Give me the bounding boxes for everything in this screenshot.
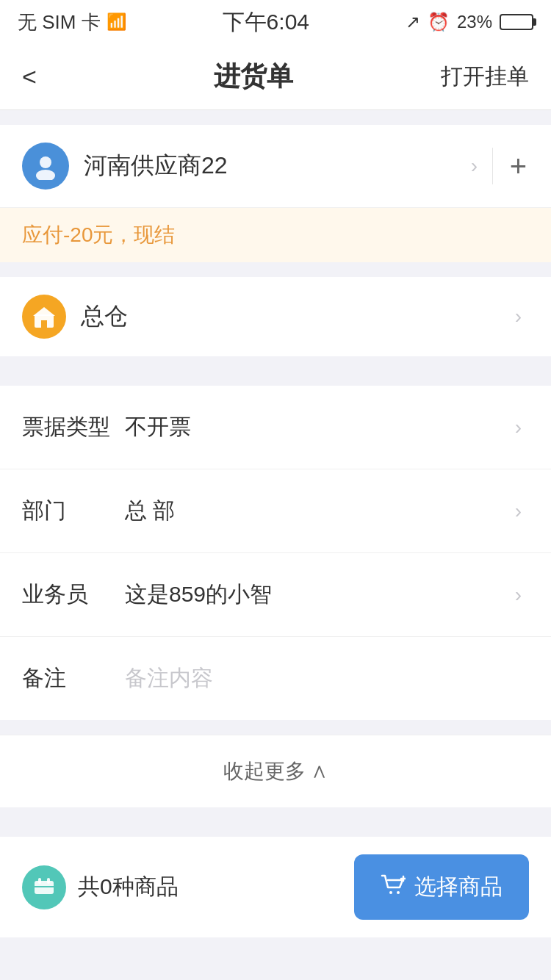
- add-supplier-button[interactable]: +: [492, 148, 529, 184]
- page-title: 进货单: [214, 59, 293, 95]
- svg-marker-3: [33, 307, 55, 316]
- invoice-label: 票据类型: [22, 412, 125, 442]
- svg-rect-6: [38, 878, 41, 884]
- battery-percentage: 23%: [457, 12, 492, 32]
- notice-bar: 应付-20元，现结: [0, 208, 551, 262]
- warehouse-row[interactable]: 总仓 ›: [0, 277, 551, 356]
- invoice-arrow-icon: ›: [515, 416, 522, 439]
- section-divider-3: [0, 356, 551, 371]
- select-product-label: 选择商品: [414, 872, 503, 902]
- status-carrier: 无 SIM 卡 📶: [18, 10, 126, 35]
- department-value: 总 部: [125, 496, 515, 526]
- product-count-text: 共0种商品: [78, 872, 179, 902]
- department-label: 部门: [22, 496, 125, 526]
- product-count-icon: [22, 865, 66, 909]
- section-divider-2: [0, 262, 551, 277]
- wifi-icon: 📶: [107, 12, 126, 32]
- back-button[interactable]: <: [22, 62, 66, 91]
- status-right: ↗ ⏰ 23%: [406, 12, 533, 32]
- select-product-button[interactable]: 选择商品: [354, 854, 529, 920]
- warehouse-icon: [22, 295, 66, 339]
- staff-label: 业务员: [22, 580, 125, 610]
- supplier-avatar: [22, 143, 69, 190]
- remark-row[interactable]: 备注 备注内容: [0, 637, 551, 720]
- warehouse-arrow-icon: ›: [515, 305, 522, 328]
- remark-label: 备注: [22, 663, 125, 693]
- location-icon: ↗: [406, 12, 420, 32]
- remark-placeholder[interactable]: 备注内容: [125, 663, 529, 693]
- section-divider-1: [0, 110, 551, 125]
- supplier-card: 河南供应商22 › + 应付-20元，现结: [0, 125, 551, 262]
- notice-text: 应付-20元，现结: [22, 223, 175, 246]
- svg-rect-4: [41, 320, 47, 328]
- supplier-name: 河南供应商22: [84, 150, 471, 182]
- section-divider-4: [0, 807, 551, 822]
- department-row[interactable]: 部门 总 部 ›: [0, 469, 551, 553]
- warehouse-card: 总仓 ›: [0, 277, 551, 356]
- warehouse-svg: [32, 304, 57, 329]
- supplier-arrow-icon: ›: [471, 154, 478, 178]
- staff-row[interactable]: 业务员 这是859的小智 ›: [0, 553, 551, 637]
- alarm-icon: ⏰: [428, 12, 450, 32]
- form-section: 票据类型 不开票 › 部门 总 部 › 业务员 这是859的小智 › 备注 备注…: [0, 386, 551, 720]
- nav-bar: < 进货单 打开挂单: [0, 44, 551, 110]
- invoice-value: 不开票: [125, 412, 515, 442]
- staff-arrow-icon: ›: [515, 583, 522, 607]
- warehouse-name: 总仓: [81, 300, 515, 333]
- supplier-row[interactable]: 河南供应商22 › +: [0, 125, 551, 208]
- status-time: 下午6:04: [223, 7, 309, 37]
- avatar-icon: [32, 152, 60, 180]
- cart-small-icon: [32, 875, 57, 900]
- svg-point-0: [40, 156, 51, 168]
- svg-point-9: [389, 891, 392, 894]
- bottom-bar: 共0种商品 选择商品: [0, 837, 551, 937]
- svg-point-10: [397, 891, 400, 894]
- bottom-left: 共0种商品: [22, 865, 179, 909]
- carrier-text: 无 SIM 卡: [18, 10, 101, 35]
- open-pending-button[interactable]: 打开挂单: [441, 62, 529, 92]
- page-filler: [0, 937, 551, 980]
- status-bar: 无 SIM 卡 📶 下午6:04 ↗ ⏰ 23%: [0, 0, 551, 44]
- cart-add-icon: [381, 874, 406, 895]
- invoice-row[interactable]: 票据类型 不开票 ›: [0, 386, 551, 469]
- staff-value: 这是859的小智: [125, 580, 515, 610]
- select-product-icon: [381, 874, 406, 900]
- svg-point-1: [36, 170, 55, 180]
- svg-rect-7: [47, 878, 50, 884]
- collapse-text[interactable]: 收起更多 ∧: [223, 757, 328, 785]
- department-arrow-icon: ›: [515, 500, 522, 523]
- battery-icon: [500, 14, 533, 30]
- collapse-bar[interactable]: 收起更多 ∧: [0, 735, 551, 807]
